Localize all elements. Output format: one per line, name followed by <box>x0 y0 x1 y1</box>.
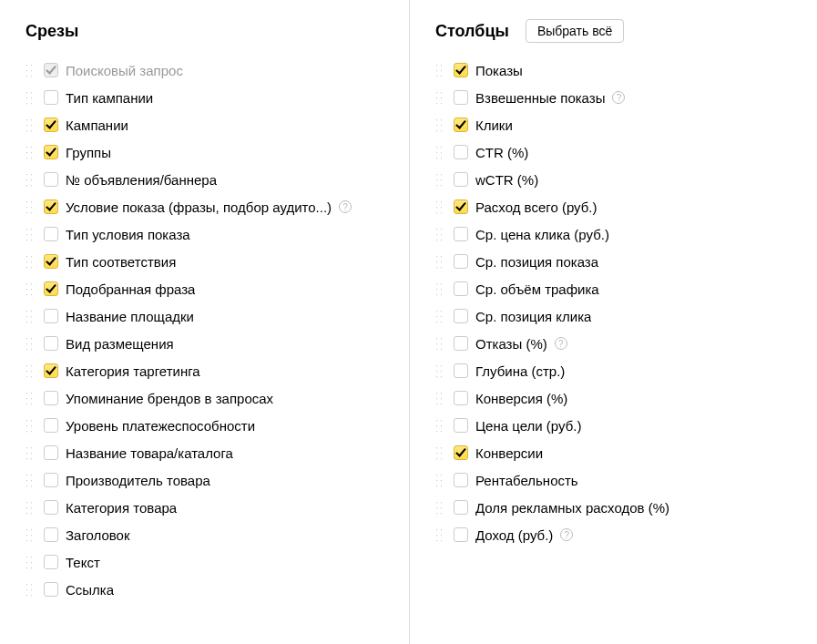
item-label: Производитель товара <box>66 473 210 488</box>
checkbox[interactable] <box>44 254 58 269</box>
checkbox[interactable] <box>454 145 468 159</box>
drag-handle-icon[interactable] <box>26 199 36 215</box>
item-label: Кампании <box>66 118 128 133</box>
list-item: Категория таргетинга <box>26 357 391 384</box>
drag-handle-icon[interactable] <box>435 281 446 297</box>
checkbox[interactable] <box>44 582 58 597</box>
checkbox[interactable] <box>44 309 58 323</box>
checkbox[interactable] <box>454 527 468 542</box>
help-icon[interactable] <box>339 200 352 213</box>
checkbox[interactable] <box>44 227 58 241</box>
drag-handle-icon[interactable] <box>26 581 36 598</box>
checkbox[interactable] <box>454 254 468 269</box>
checkbox[interactable] <box>44 363 58 378</box>
drag-handle-icon[interactable] <box>435 117 446 133</box>
drag-handle-icon[interactable] <box>26 335 36 352</box>
item-label: № объявления/баннера <box>66 172 217 188</box>
drag-handle-icon[interactable] <box>435 199 446 215</box>
drag-handle-icon[interactable] <box>26 89 36 106</box>
list-item: Заголовок <box>26 521 391 548</box>
help-icon[interactable] <box>555 337 567 350</box>
drag-handle-icon[interactable] <box>435 363 446 379</box>
drag-handle-icon[interactable] <box>26 171 36 188</box>
help-icon[interactable] <box>612 91 625 104</box>
checkbox[interactable] <box>454 445 468 460</box>
list-item: Ссылка <box>26 576 391 603</box>
drag-handle-icon[interactable] <box>26 117 36 133</box>
drag-handle-icon[interactable] <box>435 308 446 324</box>
checkbox[interactable] <box>454 63 468 77</box>
checkbox[interactable] <box>454 391 468 405</box>
drag-handle-icon[interactable] <box>435 62 446 78</box>
help-icon[interactable] <box>560 528 573 541</box>
drag-handle-icon[interactable] <box>435 445 446 461</box>
drag-handle-icon[interactable] <box>26 390 36 406</box>
checkbox <box>44 63 58 77</box>
checkbox[interactable] <box>454 90 468 105</box>
drag-handle-icon[interactable] <box>435 89 446 106</box>
item-label: Показы <box>475 63 523 78</box>
drag-handle-icon[interactable] <box>26 554 36 570</box>
drag-handle-icon[interactable] <box>26 526 36 543</box>
drag-handle-icon[interactable] <box>435 253 446 270</box>
list-item: Название площадки <box>26 302 391 330</box>
drag-handle-icon[interactable] <box>26 417 36 434</box>
checkbox[interactable] <box>454 281 468 296</box>
checkbox[interactable] <box>44 118 58 132</box>
drag-handle-icon[interactable] <box>26 445 36 461</box>
item-label: Ссылка <box>66 582 114 598</box>
drag-handle-icon[interactable] <box>435 417 446 434</box>
checkbox[interactable] <box>44 500 58 515</box>
checkbox[interactable] <box>44 473 58 487</box>
drag-handle-icon[interactable] <box>26 144 36 160</box>
checkbox[interactable] <box>454 336 468 351</box>
checkbox[interactable] <box>44 555 58 569</box>
checkbox[interactable] <box>44 336 58 351</box>
checkbox[interactable] <box>454 118 468 132</box>
drag-handle-icon[interactable] <box>435 472 446 488</box>
select-all-button[interactable]: Выбрать всё <box>526 19 624 43</box>
checkbox[interactable] <box>44 527 58 542</box>
item-label: Расход всего (руб.) <box>475 199 597 215</box>
drag-handle-icon[interactable] <box>26 499 36 516</box>
drag-handle-icon[interactable] <box>26 253 36 270</box>
checkbox[interactable] <box>454 418 468 433</box>
checkbox[interactable] <box>44 391 58 405</box>
checkbox[interactable] <box>454 227 468 241</box>
checkbox[interactable] <box>44 418 58 433</box>
drag-handle-icon[interactable] <box>435 144 446 160</box>
checkbox[interactable] <box>454 473 468 487</box>
list-item: Взвешенные показы <box>435 84 799 111</box>
list-item: Вид размещения <box>26 330 391 357</box>
drag-handle-icon[interactable] <box>435 390 446 406</box>
item-label: Ср. позиция клика <box>475 309 591 324</box>
checkbox[interactable] <box>44 281 58 296</box>
drag-handle-icon[interactable] <box>435 499 446 516</box>
checkbox[interactable] <box>454 500 468 515</box>
drag-handle-icon[interactable] <box>435 226 446 242</box>
checkbox[interactable] <box>454 363 468 378</box>
checkbox[interactable] <box>454 172 468 187</box>
checkbox[interactable] <box>44 145 58 159</box>
drag-handle-icon[interactable] <box>26 308 36 324</box>
item-label: Ср. позиция показа <box>475 254 598 270</box>
checkbox[interactable] <box>44 172 58 187</box>
item-label: Условие показа (фразы, подбор аудито...) <box>66 199 332 215</box>
list-item: Ср. объём трафика <box>435 275 799 302</box>
item-label: Название товара/каталога <box>66 445 233 461</box>
drag-handle-icon[interactable] <box>26 281 36 297</box>
drag-handle-icon[interactable] <box>435 171 446 188</box>
list-item: Группы <box>26 138 391 166</box>
checkbox[interactable] <box>44 90 58 105</box>
drag-handle-icon[interactable] <box>26 363 36 379</box>
checkbox[interactable] <box>44 445 58 460</box>
columns-title: Столбцы <box>435 22 509 41</box>
drag-handle-icon[interactable] <box>26 62 36 78</box>
checkbox[interactable] <box>44 199 58 214</box>
drag-handle-icon[interactable] <box>435 335 446 352</box>
drag-handle-icon[interactable] <box>26 472 36 488</box>
checkbox[interactable] <box>454 309 468 323</box>
drag-handle-icon[interactable] <box>435 526 446 543</box>
checkbox[interactable] <box>454 199 468 214</box>
drag-handle-icon[interactable] <box>26 226 36 242</box>
